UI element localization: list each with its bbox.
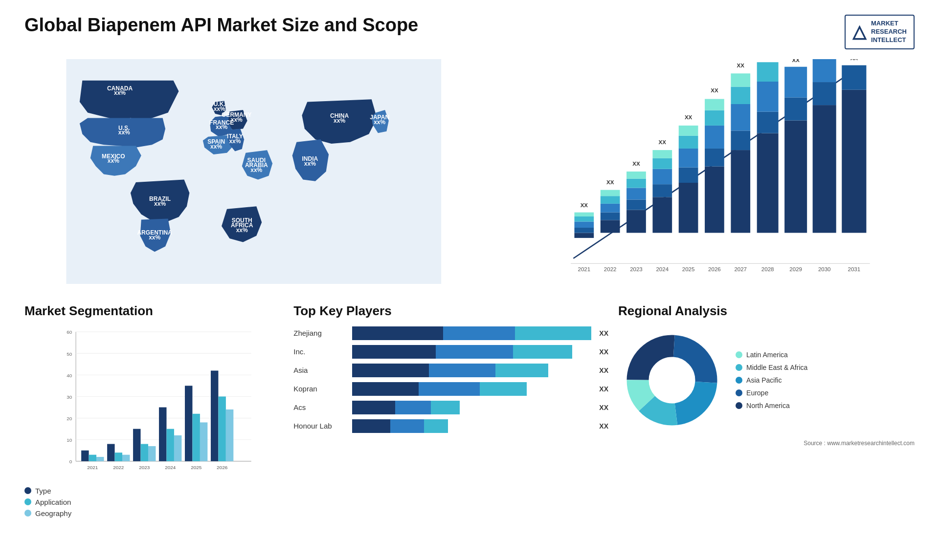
regional-legend: Latin America Middle East & Africa Asia … xyxy=(736,351,807,409)
svg-text:10: 10 xyxy=(67,437,72,443)
list-item: Asia XX xyxy=(293,364,608,377)
svg-rect-80 xyxy=(731,86,750,104)
svg-rect-52 xyxy=(626,178,646,188)
svg-text:2022: 2022 xyxy=(604,266,616,272)
svg-rect-101 xyxy=(842,65,866,89)
svg-rect-38 xyxy=(574,216,594,221)
svg-text:2027: 2027 xyxy=(734,266,747,272)
svg-rect-77 xyxy=(731,150,750,233)
svg-text:xx%: xx% xyxy=(231,116,243,123)
player-bar xyxy=(352,382,591,396)
players-list: Zhejiang XX Inc. xyxy=(293,326,608,433)
list-item: Kopran XX xyxy=(293,382,608,396)
svg-text:2025: 2025 xyxy=(682,266,694,272)
svg-text:2026: 2026 xyxy=(217,465,228,470)
logo-m: △ xyxy=(852,22,866,42)
svg-text:2021: 2021 xyxy=(87,465,98,470)
player-bar xyxy=(352,326,591,340)
svg-rect-60 xyxy=(652,150,672,158)
svg-rect-126 xyxy=(122,454,130,461)
svg-rect-37 xyxy=(574,221,594,228)
svg-text:60: 60 xyxy=(67,329,72,335)
svg-text:20: 20 xyxy=(67,416,72,421)
svg-text:XX: XX xyxy=(658,139,666,145)
svg-rect-90 xyxy=(784,120,807,233)
legend-dot-type xyxy=(24,487,31,494)
player-bar xyxy=(352,364,591,377)
legend-type: Type xyxy=(24,487,284,495)
legend-middle-east-africa: Middle East & Africa xyxy=(736,364,807,371)
legend-geography: Geography xyxy=(24,509,284,517)
segmentation-chart: 0 10 20 30 40 50 60 xyxy=(24,326,284,483)
svg-rect-100 xyxy=(842,89,866,233)
svg-rect-78 xyxy=(731,130,750,150)
svg-rect-74 xyxy=(705,99,724,110)
svg-text:2026: 2026 xyxy=(708,266,721,272)
player-bar xyxy=(352,401,591,414)
svg-text:2023: 2023 xyxy=(630,266,643,272)
svg-text:XX: XX xyxy=(580,202,588,208)
svg-rect-72 xyxy=(705,126,724,149)
svg-text:xx%: xx% xyxy=(236,226,248,233)
legend-dot-application xyxy=(24,498,31,505)
svg-rect-57 xyxy=(652,184,672,197)
svg-text:xx%: xx% xyxy=(374,118,385,125)
svg-rect-125 xyxy=(115,452,122,461)
svg-rect-42 xyxy=(600,220,620,233)
svg-rect-84 xyxy=(757,133,778,233)
svg-rect-85 xyxy=(757,111,778,133)
svg-rect-133 xyxy=(166,429,174,461)
svg-rect-142 xyxy=(226,409,233,461)
list-item: Honour Lab XX xyxy=(293,419,608,433)
svg-rect-53 xyxy=(626,172,646,179)
svg-rect-96 xyxy=(812,82,836,105)
svg-rect-86 xyxy=(757,82,778,112)
dot-middle-east-africa xyxy=(736,364,742,371)
svg-rect-121 xyxy=(89,454,96,461)
svg-text:50: 50 xyxy=(67,351,72,356)
svg-rect-79 xyxy=(731,104,750,130)
svg-text:XX: XX xyxy=(685,114,693,120)
svg-point-149 xyxy=(651,360,693,401)
svg-text:xx%: xx% xyxy=(210,143,222,150)
svg-rect-138 xyxy=(200,422,207,461)
legend-dot-geography xyxy=(24,510,31,517)
legend-latin-america: Latin America xyxy=(736,351,807,359)
player-bar xyxy=(352,419,591,433)
player-bar xyxy=(352,345,591,359)
donut-chart xyxy=(618,326,726,434)
svg-rect-136 xyxy=(185,386,192,461)
dot-europe xyxy=(736,389,742,396)
bottom-section: Market Segmentation 0 10 20 30 40 50 60 xyxy=(24,303,915,517)
svg-text:xx%: xx% xyxy=(118,129,130,136)
svg-text:40: 40 xyxy=(67,372,72,378)
svg-rect-87 xyxy=(757,62,778,82)
svg-text:2025: 2025 xyxy=(191,465,202,470)
svg-rect-65 xyxy=(678,149,698,168)
svg-rect-46 xyxy=(600,190,620,196)
market-segmentation: Market Segmentation 0 10 20 30 40 50 60 xyxy=(24,303,284,517)
legend-application: Application xyxy=(24,498,284,506)
list-item: Inc. XX xyxy=(293,345,608,359)
market-bar-chart: XX 2021 XX 2022 XX 2023 xyxy=(498,59,915,284)
svg-text:xx%: xx% xyxy=(216,124,227,130)
svg-rect-122 xyxy=(96,457,104,461)
svg-text:0: 0 xyxy=(69,459,72,464)
svg-rect-43 xyxy=(600,212,620,220)
svg-text:2031: 2031 xyxy=(848,266,860,272)
svg-rect-66 xyxy=(678,135,698,148)
segmentation-legend: Type Application Geography xyxy=(24,487,284,517)
svg-rect-81 xyxy=(731,73,750,86)
header: Global Biapenem API Market Size and Scop… xyxy=(24,15,915,49)
key-players-title: Top Key Players xyxy=(293,303,608,319)
svg-text:xx%: xx% xyxy=(334,117,345,124)
dot-asia-pacific xyxy=(736,377,742,384)
world-map: CANADA xx% U.S. xx% MEXICO xx% BRAZIL xx… xyxy=(24,59,483,284)
svg-rect-141 xyxy=(218,396,225,461)
svg-rect-70 xyxy=(705,166,724,233)
svg-text:xx%: xx% xyxy=(114,89,126,96)
svg-rect-58 xyxy=(652,169,672,184)
regional-analysis: Regional Analysis xyxy=(618,303,915,447)
svg-text:XX: XX xyxy=(792,59,800,63)
svg-text:2022: 2022 xyxy=(113,465,124,470)
